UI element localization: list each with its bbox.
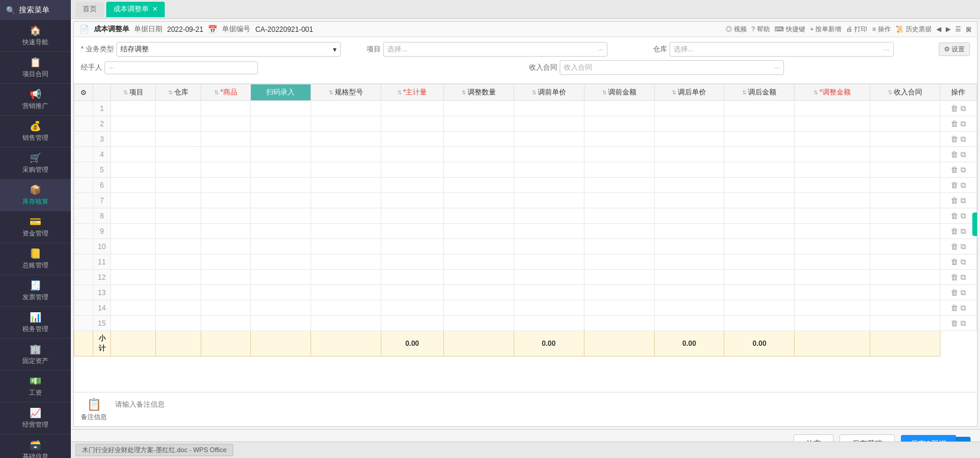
col-project[interactable]: ⇅项目 bbox=[111, 84, 156, 101]
table-cell[interactable] bbox=[870, 178, 940, 193]
col-spec[interactable]: ⇅规格型号 bbox=[311, 84, 381, 101]
table-cell[interactable] bbox=[111, 239, 156, 254]
table-cell[interactable] bbox=[381, 193, 443, 208]
table-cell[interactable] bbox=[870, 254, 940, 270]
table-cell[interactable] bbox=[514, 147, 584, 162]
table-cell[interactable] bbox=[514, 224, 584, 239]
col-before-amount[interactable]: ⇅调前金额 bbox=[584, 84, 654, 101]
tab-cost-adjust[interactable]: 成本调整单 ✕ bbox=[106, 2, 165, 17]
table-cell[interactable] bbox=[111, 147, 156, 162]
table-cell[interactable] bbox=[584, 270, 654, 285]
table-cell[interactable] bbox=[584, 316, 654, 331]
nav-prev[interactable]: ◀ bbox=[936, 25, 941, 33]
table-cell[interactable] bbox=[870, 300, 940, 316]
notes-input[interactable] bbox=[113, 397, 970, 418]
col-warehouse[interactable]: ⇅仓库 bbox=[156, 84, 201, 101]
table-cell[interactable] bbox=[795, 270, 870, 285]
copy-icon[interactable]: ⧉ bbox=[961, 150, 966, 159]
table-cell[interactable] bbox=[311, 224, 381, 239]
delete-icon[interactable]: 🗑 bbox=[950, 227, 958, 236]
sidebar-item-payroll[interactable]: 💵 工资 bbox=[0, 371, 71, 403]
table-cell[interactable] bbox=[381, 101, 443, 116]
table-cell[interactable] bbox=[514, 316, 584, 331]
table-cell[interactable] bbox=[584, 147, 654, 162]
table-cell[interactable] bbox=[111, 193, 156, 208]
table-cell[interactable] bbox=[654, 132, 724, 147]
table-cell[interactable] bbox=[251, 208, 311, 224]
table-cell[interactable] bbox=[201, 270, 251, 285]
table-cell[interactable] bbox=[654, 178, 724, 193]
table-cell[interactable] bbox=[251, 254, 311, 270]
table-cell[interactable] bbox=[443, 178, 514, 193]
table-cell[interactable] bbox=[156, 270, 201, 285]
table-cell[interactable] bbox=[156, 254, 201, 270]
table-cell[interactable] bbox=[381, 162, 443, 178]
table-cell[interactable] bbox=[654, 162, 724, 178]
table-cell[interactable] bbox=[251, 193, 311, 208]
delete-icon[interactable]: 🗑 bbox=[950, 104, 958, 113]
table-cell[interactable] bbox=[201, 132, 251, 147]
toolbar-video[interactable]: ◎ 视频 bbox=[726, 25, 747, 34]
table-cell[interactable] bbox=[156, 239, 201, 254]
nav-next[interactable]: ▶ bbox=[946, 25, 950, 33]
table-cell[interactable] bbox=[795, 300, 870, 316]
delete-icon[interactable]: 🗑 bbox=[950, 165, 958, 175]
copy-icon[interactable]: ⧉ bbox=[961, 242, 966, 251]
copy-icon[interactable]: ⧉ bbox=[961, 227, 966, 236]
table-cell[interactable] bbox=[381, 147, 443, 162]
table-cell[interactable] bbox=[156, 147, 201, 162]
table-cell[interactable] bbox=[654, 224, 724, 239]
col-before-price[interactable]: ⇅调前单价 bbox=[514, 84, 584, 101]
table-cell[interactable] bbox=[584, 300, 654, 316]
table-cell[interactable] bbox=[111, 101, 156, 116]
sidebar-item-project-contract[interactable]: 📋 项目合同 bbox=[0, 52, 71, 84]
table-cell[interactable] bbox=[311, 285, 381, 300]
table-cell[interactable] bbox=[795, 147, 870, 162]
table-cell[interactable] bbox=[584, 224, 654, 239]
copy-icon[interactable]: ⧉ bbox=[961, 211, 966, 221]
table-cell[interactable] bbox=[443, 147, 514, 162]
copy-icon[interactable]: ⧉ bbox=[961, 135, 966, 144]
table-cell[interactable] bbox=[156, 316, 201, 331]
copy-icon[interactable]: ⧉ bbox=[961, 104, 966, 113]
table-cell[interactable] bbox=[795, 285, 870, 300]
table-cell[interactable] bbox=[443, 224, 514, 239]
table-cell[interactable] bbox=[156, 300, 201, 316]
delete-icon[interactable]: 🗑 bbox=[950, 242, 958, 251]
table-cell[interactable] bbox=[654, 101, 724, 116]
table-cell[interactable] bbox=[654, 208, 724, 224]
sidebar-item-base-info[interactable]: 🗃️ 基础信息 bbox=[0, 434, 71, 458]
table-cell[interactable] bbox=[443, 239, 514, 254]
table-cell[interactable] bbox=[311, 208, 381, 224]
delete-icon[interactable]: 🗑 bbox=[950, 319, 958, 328]
table-cell[interactable] bbox=[311, 101, 381, 116]
table-cell[interactable] bbox=[870, 147, 940, 162]
table-cell[interactable] bbox=[870, 285, 940, 300]
table-cell[interactable] bbox=[795, 193, 870, 208]
sidebar-item-operations[interactable]: 📈 经营管理 bbox=[0, 403, 71, 434]
table-cell[interactable] bbox=[584, 178, 654, 193]
table-cell[interactable] bbox=[584, 239, 654, 254]
income-contract-input[interactable]: 收入合同 ··· bbox=[560, 60, 784, 75]
table-cell[interactable] bbox=[156, 178, 201, 193]
table-cell[interactable] bbox=[381, 270, 443, 285]
copy-icon[interactable]: ⧉ bbox=[961, 119, 966, 129]
sidebar-item-tax[interactable]: 📊 税务管理 bbox=[0, 307, 71, 339]
table-cell[interactable] bbox=[870, 193, 940, 208]
table-cell[interactable] bbox=[311, 239, 381, 254]
table-cell[interactable] bbox=[514, 132, 584, 147]
table-cell[interactable] bbox=[724, 147, 795, 162]
table-cell[interactable] bbox=[724, 101, 795, 116]
table-cell[interactable] bbox=[311, 316, 381, 331]
col-product[interactable]: ⇅*商品 bbox=[201, 84, 251, 101]
table-cell[interactable] bbox=[111, 254, 156, 270]
copy-icon[interactable]: ⧉ bbox=[961, 288, 966, 297]
table-cell[interactable] bbox=[251, 270, 311, 285]
table-cell[interactable] bbox=[584, 162, 654, 178]
table-cell[interactable] bbox=[111, 208, 156, 224]
toolbar-shortcut[interactable]: ⌨ 快捷键 bbox=[775, 25, 805, 34]
table-cell[interactable] bbox=[443, 101, 514, 116]
calendar-icon[interactable]: 📅 bbox=[208, 25, 217, 34]
sidebar-item-purchase-management[interactable]: 🛒 采购管理 bbox=[0, 148, 71, 179]
table-cell[interactable] bbox=[514, 239, 584, 254]
